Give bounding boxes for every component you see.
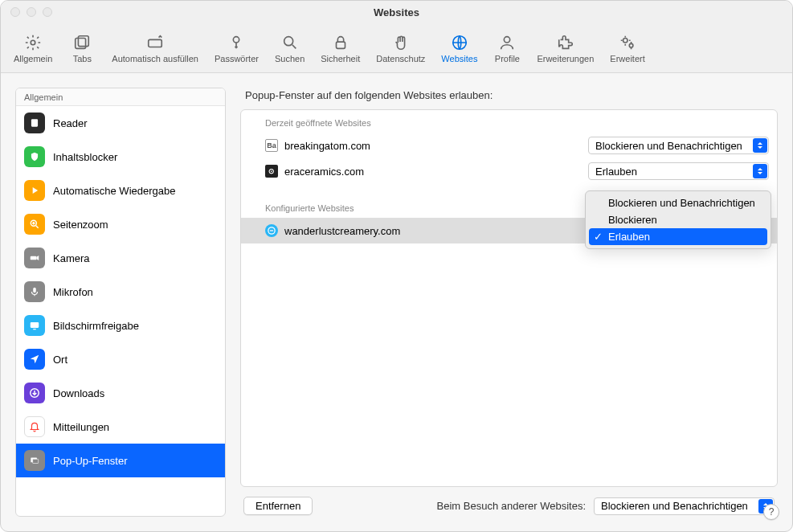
toolbar-label: Tabs [73,54,92,63]
svg-point-5 [284,36,292,45]
sidebar-item-label: Mitteilungen [53,421,109,433]
svg-rect-14 [33,288,36,293]
svg-point-4 [234,36,239,42]
location-icon [24,349,45,370]
others-select[interactable]: Blockieren und Benachrichtigen [594,497,775,515]
gears-icon [618,33,637,52]
sidebar-item-bildschirmfreigabe[interactable]: Bildschirmfreigabe [16,309,225,342]
sidebar-item-auto-wiedergabe[interactable]: Automatische Wiedergabe [16,174,225,207]
svg-rect-2 [79,35,89,46]
globe-icon [450,33,469,52]
tabs-icon [72,33,92,52]
toolbar: Allgemein Tabs Automatisch ausfüllen Pas… [1,23,792,73]
toolbar-passwoerter[interactable]: Passwörter [208,30,265,67]
download-icon [24,383,45,403]
popup-window-icon [24,450,45,471]
sidebar-item-label: Inhaltsblocker [53,151,117,163]
dropdown-option-block-notify[interactable]: Blockieren und Benachrichtigen [589,194,767,211]
svg-rect-6 [336,42,345,48]
site-name: eraceramics.com [284,166,588,178]
toolbar-label: Suchen [275,54,305,63]
svg-rect-16 [33,329,36,329]
favicon-icon [265,224,278,237]
help-button[interactable]: ? [763,504,779,520]
sidebar-item-label: Bildschirmfreigabe [53,320,139,332]
check-icon: ✓ [594,231,603,243]
key-icon [227,33,246,52]
dropdown-option-block[interactable]: Blockieren [589,211,767,228]
site-row[interactable]: Ba breakingatom.com Blockieren und Benac… [241,133,777,158]
svg-rect-1 [76,38,86,48]
svg-rect-19 [33,459,39,463]
select-value: Erlauben [595,166,637,178]
svg-point-8 [505,36,510,42]
chevron-updown-icon [753,164,767,178]
play-icon [24,180,45,201]
close-window-button[interactable] [10,7,20,17]
sidebar: Allgemein Reader Inhaltsblocker [15,88,226,517]
sidebar-item-mikrofon[interactable]: Mikrofon [16,275,225,309]
search-icon [280,33,300,52]
svg-rect-15 [31,322,39,328]
permission-dropdown-menu: Blockieren und Benachrichtigen Blockiere… [585,190,771,249]
svg-rect-11 [31,119,38,126]
site-row[interactable]: ⊙ eraceramics.com Erlauben [241,158,777,184]
toolbar-autofill[interactable]: Automatisch ausfüllen [105,30,205,67]
microphone-icon [24,281,45,302]
remove-button[interactable]: Entfernen [243,497,313,515]
permission-select[interactable]: Blockieren und Benachrichtigen [588,137,769,154]
toolbar-label: Datenschutz [376,54,425,63]
toolbar-profile[interactable]: Profile [487,30,527,67]
sidebar-item-popup[interactable]: Pop-Up-Fenster [16,444,225,477]
sidebar-item-label: Mikrofon [53,286,93,298]
sidebar-item-seitenzoom[interactable]: Seitenzoom [16,207,225,241]
minimize-window-button[interactable] [27,7,36,17]
toolbar-label: Allgemein [14,54,52,63]
toolbar-label: Websites [441,54,477,63]
maximize-window-button[interactable] [43,7,52,17]
sidebar-item-label: Ort [53,354,67,366]
dropdown-option-allow[interactable]: ✓ Erlauben [589,228,767,245]
camera-icon [24,248,45,268]
sidebar-item-mitteilungen[interactable]: Mitteilungen [16,410,225,444]
toolbar-allgemein[interactable]: Allgemein [7,30,59,67]
sidebar-item-kamera[interactable]: Kamera [16,241,225,275]
permission-select[interactable]: Erlauben [588,162,769,180]
toolbar-tabs[interactable]: Tabs [62,30,102,67]
shield-icon [24,146,45,167]
site-name: breakingatom.com [284,140,588,152]
sidebar-item-downloads[interactable]: Downloads [16,376,225,410]
svg-point-10 [629,43,633,47]
sidebar-list: Reader Inhaltsblocker Automatische Wiede… [16,106,225,516]
puzzle-icon [556,33,575,52]
toolbar-label: Sicherheit [321,54,360,63]
sidebar-item-label: Pop-Up-Fenster [53,455,127,467]
reader-icon [24,113,45,133]
chevron-updown-icon [753,138,767,153]
hand-icon [391,33,411,52]
sidebar-item-label: Automatische Wiedergabe [53,185,175,197]
svg-point-9 [623,38,628,43]
zoom-icon [24,214,45,235]
sidebar-item-reader[interactable]: Reader [16,106,225,140]
bottom-bar: Entfernen Beim Besuch anderer Websites: … [240,487,778,517]
dropdown-label: Blockieren und Benachrichtigen [608,197,755,209]
favicon-icon: ⊙ [265,165,278,178]
sidebar-header: Allgemein [16,88,225,106]
svg-rect-13 [31,256,37,260]
section-open-header: Derzeit geöffnete Websites [241,110,777,133]
toolbar-websites[interactable]: Websites [435,30,484,67]
toolbar-suchen[interactable]: Suchen [268,30,311,67]
svg-point-0 [31,40,35,45]
toolbar-erweitert[interactable]: Erweitert [603,30,651,67]
toolbar-label: Passwörter [215,54,259,63]
toolbar-label: Automatisch ausfüllen [112,54,198,63]
toolbar-erweiterungen[interactable]: Erweiterungen [530,30,600,67]
toolbar-sicherheit[interactable]: Sicherheit [314,30,366,67]
lock-icon [331,33,350,52]
sidebar-item-ort[interactable]: Ort [16,342,225,376]
preferences-window: Websites Allgemein Tabs Automatisch ausf… [0,0,793,532]
toolbar-datenschutz[interactable]: Datenschutz [370,30,431,67]
sidebar-item-label: Kamera [53,252,90,264]
sidebar-item-inhaltsblocker[interactable]: Inhaltsblocker [16,140,225,174]
